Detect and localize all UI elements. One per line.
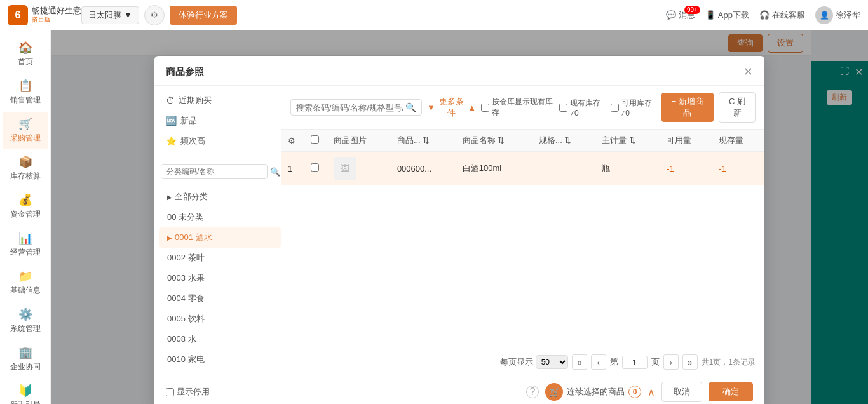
service-button[interactable]: 🎧 在线客服 (759, 10, 805, 21)
table-row[interactable]: 1 🖼 000600... 白酒100ml (281, 152, 764, 185)
add-product-button[interactable]: + 新增商品 (661, 93, 714, 122)
sidebar-item-basic[interactable]: 📁 基础信息 (3, 264, 48, 301)
cart-icon[interactable]: 🛒 (545, 383, 563, 401)
category-list: ▶ 全部分类 00 未分类 ▶ 0001 酒水 0002 茶 (154, 187, 281, 370)
col-available[interactable]: 可用量 (660, 130, 712, 152)
category-0003[interactable]: 0003 水果 (159, 268, 281, 288)
first-page-button[interactable]: « (572, 354, 587, 370)
operation-icon: 📊 (18, 231, 32, 245)
recent-tab[interactable]: ⏱ 近期购买 (161, 91, 275, 110)
category-search-icon[interactable]: 🔍 (270, 167, 280, 177)
modal-left-panel: ⏱ 近期购买 🆕 新品 ⭐ 频次高 (154, 86, 281, 375)
sidebar-item-finance[interactable]: 💰 资金管理 (3, 188, 48, 225)
category-0004[interactable]: 0004 零食 (159, 288, 281, 309)
col-name[interactable]: 商品名称 ⇅ (456, 130, 532, 152)
modal-header: 商品参照 ✕ (154, 56, 764, 86)
col-spec[interactable]: 规格... ⇅ (532, 130, 595, 152)
message-button[interactable]: 💬 消息 99+ (666, 10, 695, 21)
new-tab[interactable]: 🆕 新品 (161, 111, 275, 130)
col-unit[interactable]: 主计量 ⇅ (595, 130, 660, 152)
modal-close-button[interactable]: ✕ (743, 65, 753, 79)
category-0005[interactable]: 0005 饮料 (159, 309, 281, 329)
modal-body: ⏱ 近期购买 🆕 新品 ⭐ 频次高 (154, 86, 764, 375)
product-search-input[interactable] (296, 103, 403, 112)
sort-icon: ⇅ (423, 135, 430, 145)
col-stock[interactable]: 现存量 (712, 130, 764, 152)
toolbar: 🔍 ▼ 更多条件 ▲ 按仓库显示现有库存 (281, 86, 764, 130)
sidebar-label: 系统管理 (10, 323, 41, 334)
total-text: 共1页，1条记录 (702, 357, 756, 368)
basic-icon: 📁 (18, 269, 32, 283)
sort-icon: ⇅ (629, 135, 636, 145)
frequent-tab[interactable]: ⭐ 频次高 (161, 131, 275, 151)
page-label: 第 (610, 356, 618, 368)
sidebar-label: 销售管理 (10, 95, 41, 105)
page-number-input[interactable] (622, 356, 648, 369)
col-image[interactable]: 商品图片 (327, 130, 391, 152)
cancel-button[interactable]: 取消 (661, 382, 702, 402)
checkbox-available-ne0[interactable]: 可用库存≠0 (611, 98, 656, 118)
help-icon[interactable]: ? (526, 386, 539, 398)
category-search: 🔍 « (154, 161, 281, 182)
footer-actions: ? 🛒 连续选择的商品 0 ∧ 取消 确定 (526, 382, 753, 402)
user-menu[interactable]: 👤 徐泽华 (815, 6, 860, 24)
home-icon: 🏠 (18, 41, 32, 55)
sidebar-item-home[interactable]: 🏠 首页 (3, 36, 48, 72)
row-index: 1 (281, 152, 304, 185)
category-0008[interactable]: 0008 水 (159, 329, 281, 349)
sidebar-item-purchase[interactable]: 🛒 采购管理 (3, 112, 48, 149)
stock-icon: 📦 (18, 155, 32, 169)
col-settings[interactable]: ⚙ (281, 130, 304, 152)
refresh-button[interactable]: C 刷新 (719, 92, 756, 123)
sidebar-label: 企业协同 (10, 361, 41, 372)
sidebar-label: 首页 (18, 57, 33, 67)
modal-right-panel: 🔍 ▼ 更多条件 ▲ 按仓库显示现有库存 (281, 86, 764, 375)
clock-icon: ⏱ (166, 95, 175, 105)
category-all[interactable]: ▶ 全部分类 (159, 187, 281, 207)
sidebar-label: 采购管理 (10, 133, 41, 144)
category-0002[interactable]: 0002 茶叶 (159, 248, 281, 268)
search-icon[interactable]: 🔍 (405, 102, 416, 112)
category-00[interactable]: 00 未分类 (159, 207, 281, 227)
modal-title: 商品参照 (166, 66, 204, 78)
page-label-2: 页 (651, 356, 660, 368)
sidebar-item-system[interactable]: ⚙️ 系统管理 (3, 302, 48, 339)
app-download-button[interactable]: 📱 App下载 (705, 10, 749, 21)
system-icon: ⚙️ (18, 307, 32, 321)
chevron-down-icon: ▼ (124, 10, 132, 20)
sidebar-item-sales[interactable]: 📋 销售管理 (3, 74, 48, 111)
show-disabled-checkbox[interactable]: 显示停用 (166, 386, 210, 398)
sidebar-item-operation[interactable]: 📊 经营管理 (3, 226, 48, 263)
row-check[interactable] (304, 152, 327, 185)
col-code[interactable]: 商品... ⇅ (391, 130, 456, 152)
guide-icon: 🔰 (18, 384, 32, 398)
next-page-button[interactable]: › (663, 354, 679, 370)
sidebar-item-guide[interactable]: 🔰 新手引导 (3, 379, 48, 404)
checkbox-warehouse[interactable]: 按仓库显示现有库存 (481, 97, 554, 118)
sort-icon: ⇅ (498, 135, 505, 145)
company-selector[interactable]: 日太阳膜 ▼ (81, 6, 139, 24)
image-placeholder-icon: 🖼 (341, 163, 349, 173)
checkbox-stock-ne0[interactable]: 现有库存≠0 (559, 98, 605, 118)
confirm-button[interactable]: 确定 (709, 382, 753, 401)
sidebar-item-enterprise[interactable]: 🏢 企业协同 (3, 340, 48, 377)
settings-button[interactable]: ⚙ (144, 5, 165, 25)
product-search-box[interactable]: 🔍 (290, 99, 422, 116)
logo-icon: 6 (8, 5, 28, 25)
col-checkbox[interactable] (304, 130, 327, 152)
topnav-right: 💬 消息 99+ 📱 App下载 🎧 在线客服 👤 徐泽华 (666, 6, 860, 24)
category-0001[interactable]: ▶ 0001 酒水 (159, 227, 281, 248)
prev-page-button[interactable]: ‹ (591, 354, 606, 370)
page-size-selector[interactable]: 每页显示 50 10 20 100 (500, 355, 568, 369)
last-page-button[interactable]: » (682, 354, 698, 370)
category-search-input[interactable] (161, 164, 268, 179)
trial-button[interactable]: 体验行业方案 (170, 6, 237, 25)
category-0010[interactable]: 0010 家电 (159, 349, 281, 370)
sidebar-item-stock[interactable]: 📦 库存核算 (3, 150, 48, 187)
filter-button[interactable]: ▼ 更多条件 ▲ (427, 96, 476, 119)
collapse-cart-button[interactable]: ∧ (648, 386, 655, 398)
page-size-select[interactable]: 50 10 20 100 (536, 355, 568, 369)
row-code: 000600... (391, 152, 456, 185)
cart-area: 🛒 连续选择的商品 0 (545, 383, 641, 401)
arrow-icon: ▶ (167, 234, 172, 241)
